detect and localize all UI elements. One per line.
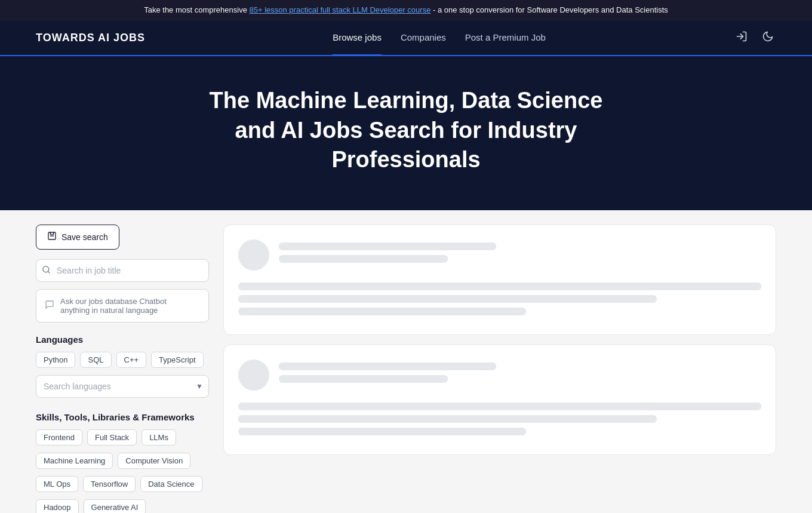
tag-ml-ops[interactable]: ML Ops: [36, 476, 78, 492]
job-title-search-wrap: [36, 259, 209, 282]
tag-generative-ai[interactable]: Generative AI: [84, 499, 146, 513]
save-search-icon: [47, 231, 57, 243]
chatbot-button[interactable]: Ask our jobs database Chatbot anything i…: [36, 289, 209, 322]
skills-tags-row1: Frontend Full Stack LLMs: [36, 429, 209, 446]
search-languages-wrap: Search languages ▼: [36, 375, 209, 398]
banner-text-before: Take the most comprehensive: [144, 5, 249, 14]
skills-title: Skills, Tools, Libraries & Frameworks: [36, 412, 209, 422]
tag-hadoop[interactable]: Hadoop: [36, 499, 79, 513]
tag-cpp[interactable]: C++: [116, 352, 147, 368]
tag-python[interactable]: Python: [36, 352, 75, 368]
skeleton-body-1: [238, 282, 761, 315]
skeleton-card-2: [223, 345, 776, 455]
logo[interactable]: TOWARDS AI JOBS: [36, 32, 145, 44]
skeleton-line: [238, 403, 761, 410]
tag-typescript[interactable]: TypeScript: [151, 352, 203, 368]
skeleton-line: [279, 375, 448, 383]
chatbot-line2: anything in natural language: [60, 306, 158, 315]
search-languages-select[interactable]: Search languages: [36, 375, 209, 398]
chatbot-text: Ask our jobs database Chatbot anything i…: [60, 297, 167, 315]
tag-data-science[interactable]: Data Science: [140, 476, 202, 492]
language-tags: Python SQL C++ TypeScript: [36, 352, 209, 368]
skeleton-line: [238, 415, 657, 423]
top-banner: Take the most comprehensive 85+ lesson p…: [0, 0, 812, 20]
skills-tags-row3: ML Ops Tensorflow Data Science: [36, 476, 209, 492]
skeleton-avatar-2: [238, 360, 269, 391]
skeleton-header-1: [238, 239, 761, 271]
dark-mode-button[interactable]: [759, 28, 776, 48]
skeleton-lines-2: [279, 363, 761, 388]
languages-title: Languages: [36, 334, 209, 345]
svg-line-3: [48, 272, 50, 274]
banner-link[interactable]: 85+ lesson practical full stack LLM Deve…: [250, 5, 431, 14]
job-title-input[interactable]: [36, 259, 209, 282]
skills-section: Skills, Tools, Libraries & Frameworks Fr…: [36, 412, 209, 513]
tag-full-stack[interactable]: Full Stack: [87, 429, 137, 446]
skills-tags-row2: Machine Learning Computer Vision: [36, 453, 209, 469]
tag-sql[interactable]: SQL: [80, 352, 111, 368]
skeleton-body-2: [238, 403, 761, 435]
tag-llms[interactable]: LLMs: [142, 429, 176, 446]
skeleton-line: [279, 242, 496, 250]
login-icon-button[interactable]: [733, 28, 750, 48]
skeleton-line: [279, 363, 496, 370]
main-content: Save search Ask our jobs database Chatbo…: [0, 210, 812, 513]
save-search-label: Save search: [61, 232, 108, 242]
chat-icon: [45, 300, 54, 312]
jobs-area: [223, 225, 776, 513]
search-icon: [42, 265, 51, 276]
banner-text-after: - a one stop conversion for Software Dev…: [430, 5, 668, 14]
skeleton-lines-1: [279, 242, 761, 268]
moon-icon: [762, 30, 774, 42]
nav-browse-jobs[interactable]: Browse jobs: [333, 20, 382, 56]
nav-companies[interactable]: Companies: [401, 20, 446, 56]
hero-section: The Machine Learning, Data Science and A…: [0, 56, 812, 210]
skeleton-avatar-1: [238, 239, 269, 271]
nav-post-job[interactable]: Post a Premium Job: [465, 20, 546, 56]
save-search-button[interactable]: Save search: [36, 225, 119, 250]
skeleton-line: [238, 428, 526, 435]
skeleton-line: [238, 295, 657, 303]
sidebar: Save search Ask our jobs database Chatbo…: [36, 225, 209, 513]
nav-actions: [733, 28, 776, 48]
skills-tags-row4: Hadoop Generative AI: [36, 499, 209, 513]
skeleton-header-2: [238, 360, 761, 391]
skeleton-line: [238, 308, 526, 315]
tag-frontend[interactable]: Frontend: [36, 429, 82, 446]
main-nav: Browse jobs Companies Post a Premium Job: [333, 20, 546, 56]
skeleton-line: [238, 282, 761, 290]
tag-computer-vision[interactable]: Computer Vision: [118, 453, 190, 469]
tag-machine-learning[interactable]: Machine Learning: [36, 453, 113, 469]
login-icon: [736, 30, 748, 42]
skeleton-line: [279, 255, 448, 263]
languages-section: Languages Python SQL C++ TypeScript Sear…: [36, 334, 209, 398]
skeleton-card-1: [223, 225, 776, 335]
tag-tensorflow[interactable]: Tensorflow: [83, 476, 136, 492]
chatbot-line1: Ask our jobs database Chatbot: [60, 297, 167, 306]
header: TOWARDS AI JOBS Browse jobs Companies Po…: [0, 20, 812, 56]
hero-title: The Machine Learning, Data Science and A…: [197, 86, 615, 174]
